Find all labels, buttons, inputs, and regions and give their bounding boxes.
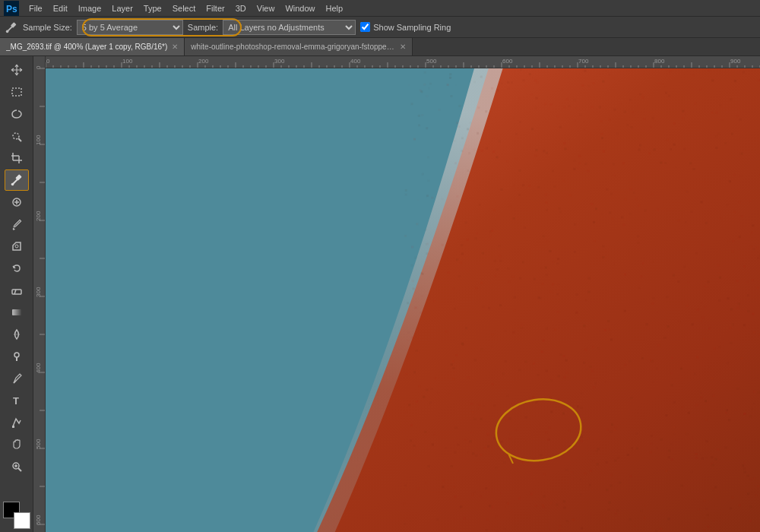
svg-rect-5 bbox=[12, 88, 21, 96]
crop-tool[interactable] bbox=[5, 147, 29, 169]
toolbar: T bbox=[0, 56, 33, 532]
svg-line-21 bbox=[14, 290, 16, 294]
show-sampling-ring-label[interactable]: Show Sampling Ring bbox=[373, 23, 451, 32]
sample-size-label: Sample Size: bbox=[23, 23, 72, 32]
menu-filter[interactable]: Filter bbox=[201, 2, 229, 14]
ruler-horizontal bbox=[33, 56, 760, 68]
move-tool[interactable] bbox=[5, 59, 29, 81]
menu-edit[interactable]: Edit bbox=[49, 2, 72, 14]
menu-bar: Ps File Edit Image Layer Type Select Fil… bbox=[0, 0, 760, 17]
quick-select-tool[interactable] bbox=[5, 125, 29, 147]
main-canvas[interactable] bbox=[46, 68, 760, 532]
tab-0-label: _MG_2693.tif @ 400% (Layer 1 copy, RGB/1… bbox=[6, 43, 167, 51]
menu-select[interactable]: Select bbox=[168, 2, 201, 14]
healing-tool[interactable] bbox=[5, 192, 29, 213]
tab-1[interactable]: white-outline-photoshop-removal-emma-gri… bbox=[185, 38, 413, 55]
svg-text:T: T bbox=[13, 395, 19, 407]
svg-line-30 bbox=[18, 468, 21, 471]
marquee-tool[interactable] bbox=[5, 81, 29, 103]
zoom-tool[interactable] bbox=[5, 456, 29, 477]
app-logo: Ps bbox=[3, 0, 20, 17]
image-canvas[interactable] bbox=[46, 68, 760, 532]
sample-select[interactable]: All LayersAll Layers no AdjustmentsCurre… bbox=[223, 20, 356, 35]
main-area: T bbox=[0, 56, 760, 532]
pen-tool[interactable] bbox=[5, 368, 29, 389]
hand-tool[interactable] bbox=[5, 434, 29, 455]
history-brush-tool[interactable] bbox=[5, 258, 29, 279]
menu-view[interactable]: View bbox=[252, 2, 280, 14]
menu-window[interactable]: Window bbox=[280, 2, 319, 14]
eyedropper-tool[interactable] bbox=[5, 169, 29, 191]
ruler-vertical bbox=[33, 56, 46, 532]
svg-point-4 bbox=[6, 30, 9, 33]
show-sampling-ring-checkbox[interactable] bbox=[360, 22, 370, 32]
lasso-tool[interactable] bbox=[5, 103, 29, 125]
clone-stamp-tool[interactable] bbox=[5, 236, 29, 257]
sample-size-select[interactable]: Point Sample3 by 3 Average5 by 5 Average… bbox=[77, 20, 183, 35]
svg-text:Ps: Ps bbox=[6, 4, 17, 14]
color-boxes[interactable] bbox=[3, 502, 30, 529]
svg-point-24 bbox=[14, 353, 19, 357]
svg-rect-22 bbox=[12, 309, 21, 315]
svg-point-18 bbox=[15, 245, 18, 248]
tab-0[interactable]: _MG_2693.tif @ 400% (Layer 1 copy, RGB/1… bbox=[0, 38, 185, 55]
menu-3d[interactable]: 3D bbox=[231, 2, 251, 14]
eyedropper-options-icon bbox=[5, 21, 18, 34]
svg-rect-28 bbox=[12, 426, 14, 428]
menu-file[interactable]: File bbox=[24, 2, 47, 14]
text-tool[interactable]: T bbox=[5, 390, 29, 411]
menu-type[interactable]: Type bbox=[139, 2, 166, 14]
menu-image[interactable]: Image bbox=[74, 2, 106, 14]
tab-1-label: white-outline-photoshop-removal-emma-gri… bbox=[191, 43, 395, 51]
show-sampling-ring-wrap: Show Sampling Ring bbox=[360, 22, 451, 32]
svg-point-6 bbox=[13, 133, 19, 139]
menu-help[interactable]: Help bbox=[321, 2, 348, 14]
background-color[interactable] bbox=[14, 512, 30, 529]
svg-rect-20 bbox=[12, 290, 21, 294]
tab-1-close[interactable]: ✕ bbox=[400, 43, 406, 51]
options-bar: Sample Size: Point Sample3 by 3 Average5… bbox=[0, 17, 760, 38]
gradient-tool[interactable] bbox=[5, 302, 29, 323]
svg-line-7 bbox=[18, 138, 21, 141]
canvas-area[interactable] bbox=[33, 56, 760, 532]
eraser-tool[interactable] bbox=[5, 280, 29, 301]
sample-label: Sample: bbox=[188, 23, 218, 32]
brush-tool[interactable] bbox=[5, 214, 29, 235]
menu-layer[interactable]: Layer bbox=[107, 2, 138, 14]
tabs-bar: _MG_2693.tif @ 400% (Layer 1 copy, RGB/1… bbox=[0, 38, 760, 56]
path-selection-tool[interactable] bbox=[5, 412, 29, 433]
blur-tool[interactable] bbox=[5, 324, 29, 345]
svg-point-14 bbox=[11, 183, 14, 186]
tab-0-close[interactable]: ✕ bbox=[172, 43, 178, 51]
dodge-tool[interactable] bbox=[5, 346, 29, 367]
